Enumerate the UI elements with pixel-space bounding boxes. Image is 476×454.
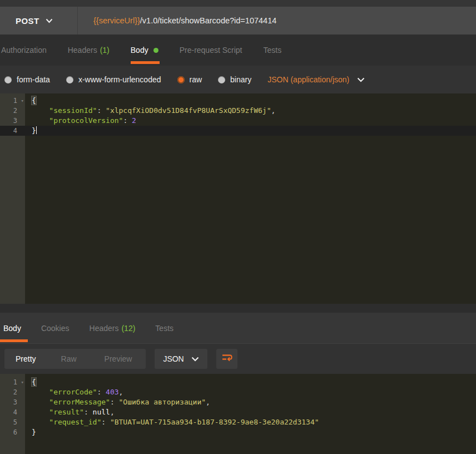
radio-label: x-www-form-urlencoded (78, 75, 161, 84)
request-body-editor[interactable]: 1{2 "sessionId": "xlpcqfXiOD0dv51D84fvP8… (0, 93, 476, 304)
window-top-strip (0, 0, 476, 7)
radio-label: form-data (17, 75, 50, 84)
radio-binary[interactable]: binary (218, 75, 251, 84)
view-preview-button[interactable]: Preview (91, 349, 146, 369)
line-number-fold-toggle[interactable]: 1 (0, 96, 25, 106)
content-type-label: JSON (application/json) (267, 75, 349, 84)
tab-response-headers[interactable]: Headers (12) (90, 313, 136, 343)
tab-label: Authorization (1, 46, 47, 55)
tab-label: Cookies (41, 324, 70, 333)
http-method-label: POST (16, 16, 39, 26)
request-url-bar: POST {{serviceUrl}}/v1.0/ticket/showBarc… (0, 7, 476, 34)
tab-label: Body (131, 46, 148, 55)
radio-label: binary (230, 75, 251, 84)
code-line[interactable]: 5 "request_id": "BTUAT=UAT-715aa934-b187… (0, 417, 476, 427)
headers-count-badge: (1) (100, 46, 110, 55)
body-filled-dot-icon (153, 48, 158, 53)
radio-label: raw (190, 75, 202, 84)
tab-response-body[interactable]: Body (3, 313, 21, 343)
code-line[interactable]: 6} (0, 427, 476, 437)
line-number: 3 (0, 397, 25, 407)
section-divider (0, 304, 476, 313)
view-mode-segmented-control: Pretty Raw Preview (4, 349, 146, 369)
tab-label: Pre-request Script (180, 46, 242, 55)
code-text: "errorCode": 403, (25, 387, 123, 397)
line-number: 2 (0, 106, 25, 116)
code-line[interactable]: 3 "protocolVersion": 2 (0, 116, 476, 126)
chevron-down-icon (46, 16, 53, 26)
chevron-down-icon (357, 75, 365, 84)
wrap-text-button[interactable] (216, 349, 237, 369)
line-number: 6 (0, 427, 25, 437)
line-number-fold-toggle[interactable]: 1 (0, 377, 25, 387)
response-tabs: Body Cookies Headers (12) Tests (0, 313, 476, 344)
code-line[interactable]: 4} (0, 126, 476, 136)
view-pretty-button[interactable]: Pretty (4, 349, 47, 369)
url-input[interactable]: {{serviceUrl}}/v1.0/ticket/showBarcode?i… (78, 7, 476, 34)
code-line[interactable]: 4 "result": null, (0, 407, 476, 417)
code-line[interactable]: 2 "sessionId": "xlpcqfXiOD0dv51D84fvP8UA… (0, 106, 476, 116)
text-cursor (36, 126, 37, 134)
radio-raw[interactable]: raw (177, 75, 202, 84)
content-type-dropdown[interactable]: JSON (application/json) (267, 75, 365, 84)
tab-authorization[interactable]: Authorization (1, 34, 47, 66)
response-format-dropdown[interactable]: JSON (155, 349, 207, 369)
tab-pre-request-script[interactable]: Pre-request Script (180, 34, 242, 66)
tab-label: Tests (264, 46, 282, 55)
format-label: JSON (163, 354, 184, 363)
code-text: { (25, 96, 36, 106)
wrap-text-icon (221, 353, 233, 365)
radio-icon (4, 76, 12, 83)
tab-headers[interactable]: Headers (1) (68, 34, 110, 66)
code-text: { (25, 377, 36, 387)
code-text: } (25, 126, 37, 136)
http-method-dropdown[interactable]: POST (0, 7, 78, 34)
tab-label: Tests (155, 324, 173, 333)
radio-x-www-form-urlencoded[interactable]: x-www-form-urlencoded (66, 75, 161, 84)
tab-label: Headers (90, 324, 119, 333)
code-line[interactable]: 3 "errorMessage": "Ошибка авторизации", (0, 397, 476, 407)
headers-count-badge: (12) (121, 324, 135, 333)
code-text: "sessionId": "xlpcqfXiOD0dv51D84fvP8UArS… (25, 106, 275, 116)
code-text: "protocolVersion": 2 (25, 116, 136, 126)
body-type-selector: form-data x-www-form-urlencoded raw bina… (0, 66, 476, 93)
radio-form-data[interactable]: form-data (4, 75, 50, 84)
code-line[interactable]: 1{ (0, 96, 476, 106)
line-number: 5 (0, 417, 25, 427)
radio-icon (66, 76, 73, 83)
response-view-toolbar: Pretty Raw Preview JSON (0, 344, 476, 374)
line-number: 3 (0, 116, 25, 126)
code-line[interactable]: 2 "errorCode": 403, (0, 387, 476, 397)
request-tabs: Authorization Headers (1) Body Pre-reque… (0, 34, 476, 66)
chevron-down-icon (191, 354, 199, 363)
code-line[interactable]: 1{ (0, 377, 476, 387)
code-text: "errorMessage": "Ошибка авторизации", (25, 397, 210, 407)
line-number: 4 (0, 407, 25, 417)
radio-selected-icon (177, 76, 185, 83)
tab-cookies[interactable]: Cookies (41, 313, 70, 343)
line-number: 2 (0, 387, 25, 397)
view-raw-button[interactable]: Raw (47, 349, 91, 369)
tab-tests[interactable]: Tests (264, 34, 282, 66)
response-body-editor[interactable]: 1{2 "errorCode": 403,3 "errorMessage": "… (0, 374, 476, 454)
line-number: 4 (0, 126, 25, 136)
tab-response-tests[interactable]: Tests (155, 313, 173, 343)
tab-label: Headers (68, 46, 97, 55)
code-text: } (25, 427, 36, 437)
code-text: "result": null, (25, 407, 115, 417)
tab-body[interactable]: Body (131, 34, 158, 66)
url-environment-variable: {{serviceUrl}} (93, 16, 140, 25)
tab-label: Body (3, 324, 21, 333)
url-path: /v1.0/ticket/showBarcode?id=1074414 (140, 16, 276, 25)
radio-icon (218, 76, 225, 83)
code-text: "request_id": "BTUAT=UAT-715aa934-b187-8… (25, 417, 319, 427)
